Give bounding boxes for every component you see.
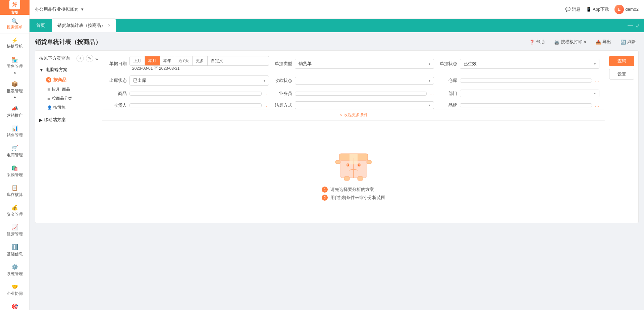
recipient-label: 收货人 (108, 102, 129, 108)
brand-dots[interactable]: … (595, 103, 599, 108)
salesperson-select[interactable] (295, 92, 427, 96)
filter-group-mobile[interactable]: ▶ 移动端方案 (35, 115, 102, 125)
sales-icon: 📊 (11, 125, 18, 132)
settlement-select[interactable]: ▾ (295, 101, 434, 109)
brand-select[interactable] (460, 103, 592, 107)
doc-status-label: 单据状态 (438, 61, 460, 67)
tab-minimize-btn[interactable]: — (628, 22, 633, 29)
warehouse-select[interactable] (460, 79, 592, 83)
sidebar-item-operations[interactable]: 📈 经营管理 (0, 221, 29, 241)
sidebar-item-ecommerce[interactable]: 🛒 电商管理 (0, 142, 29, 161)
industry-label: 办公用品行业模拟账套 (35, 6, 78, 12)
industry-dropdown-icon[interactable]: ▾ (81, 7, 84, 12)
product-select[interactable] (129, 92, 262, 96)
recipient-dots[interactable]: … (264, 103, 269, 108)
refresh-label: 刷新 (627, 39, 636, 45)
filter-item-by-product[interactable]: 按 按商品 (35, 75, 102, 85)
app-download-btn[interactable]: 📱 App下载 (586, 6, 609, 12)
sidebar-item-newbie[interactable]: 🎯 新手引导 (0, 300, 29, 310)
filter-item-by-category[interactable]: ☰ 按商品分类 (35, 94, 102, 103)
date-btn-more[interactable]: 更多 (193, 56, 208, 65)
sidebar-quick-nav[interactable]: ⚡ 快捷导航 (0, 34, 29, 53)
empty-illustration (333, 141, 374, 181)
department-control: ▾ (460, 90, 599, 97)
date-btn-last-month[interactable]: 上月 (130, 56, 145, 65)
tab-active[interactable]: 销货单统计表（按商品） × (52, 19, 116, 32)
sidebar-search[interactable]: 🔍 搜索菜单 (0, 15, 29, 34)
user-menu[interactable]: E demo2 (614, 5, 639, 14)
marketing-icon: 📣 (11, 105, 18, 112)
content-body: 按以下方案查询 + ✎ « ▼ (35, 51, 638, 223)
svg-rect-11 (358, 176, 363, 180)
recipient-select[interactable] (129, 103, 262, 107)
department-select[interactable]: ▾ (460, 90, 599, 97)
mobile-group-arrow: ▶ (39, 117, 43, 122)
date-btn-this-month[interactable]: 本月 (145, 56, 160, 65)
warehouse-control: … (460, 78, 599, 83)
warehouse-dots[interactable]: … (595, 78, 599, 83)
sidebar: 好 标版 🔍 搜索菜单 ⚡ 快捷导航 🏪 零售管理 ▲ 📦 批发管理 ▲ 📣 营… (0, 0, 30, 310)
payment-status-label: 收款状态 (273, 78, 295, 84)
sidebar-item-inventory[interactable]: 📋 库存核算 (0, 181, 29, 201)
filter-group-pc-title[interactable]: ▼ 电脑端方案 (35, 65, 102, 75)
salesperson-dots[interactable]: … (429, 91, 434, 96)
date-btn-last-7days[interactable]: 近7天 (175, 56, 193, 65)
filter-cell-brand: 品牌 … (438, 101, 599, 109)
warehouse-status-select[interactable]: 已出库 ▾ (129, 75, 269, 86)
help-icon: ❓ (529, 40, 535, 45)
doc-type-select[interactable]: 销货单 ▾ (295, 59, 434, 69)
page-header: 销货单统计表（按商品） ❓ 帮助 🖨️ 按模板打印 ▾ 📤 导出 🔄 刷新 (35, 38, 639, 46)
filter-edit-btn[interactable]: ✎ (86, 55, 93, 62)
sidebar-item-sales[interactable]: 📊 销售管理 (0, 122, 29, 142)
collapse-label: 收起更多条件 (344, 112, 368, 117)
filter-cell-doc-status: 单据状态 已生效 ▾ (438, 56, 599, 71)
warehouse-status-value: 已出库 (133, 78, 146, 84)
filter-cell-warehouse: 仓库 … (438, 75, 599, 86)
action-buttons: 查询 设置 (605, 51, 638, 223)
refresh-btn[interactable]: 🔄 刷新 (618, 38, 639, 46)
svg-rect-8 (335, 160, 340, 164)
doc-type-value: 销货单 (299, 61, 312, 67)
ecommerce-icon: 🛒 (11, 145, 18, 151)
export-icon: 📤 (596, 40, 601, 45)
sidebar-item-wholesale[interactable]: 📦 批发管理 ▲ (0, 78, 29, 102)
filter-collapse-btn[interactable]: « (95, 56, 98, 61)
filter-item-by-driver[interactable]: 👤 按司机 (35, 103, 102, 112)
filter-item-by-month-product[interactable]: ⊞ 按月+商品 (35, 85, 102, 94)
date-btn-custom[interactable]: 自定义 (208, 56, 226, 65)
sidebar-item-retail[interactable]: 🏪 零售管理 ▲ (0, 53, 29, 78)
filter-panel: 按以下方案查询 + ✎ « ▼ (35, 51, 102, 223)
sidebar-item-purchase[interactable]: 🛍️ 采购管理 (0, 161, 29, 181)
tab-maximize-btn[interactable]: ⤢ (636, 22, 640, 29)
sidebar-item-system[interactable]: ⚙️ 系统管理 (0, 260, 29, 280)
product-dots[interactable]: … (264, 91, 269, 96)
print-btn[interactable]: 🖨️ 按模板打印 ▾ (551, 38, 589, 46)
sidebar-item-finance[interactable]: 💰 资金管理 (0, 201, 29, 221)
product-control: … (129, 91, 269, 96)
payment-status-select[interactable]: ▾ (295, 77, 434, 85)
sidebar-item-enterprise-collab[interactable]: 🤝 企业协同 (0, 280, 29, 300)
query-btn[interactable]: 查询 (609, 56, 634, 66)
payment-status-arrow: ▾ (429, 79, 430, 83)
settings-btn[interactable]: 设置 (609, 69, 634, 80)
department-label: 部门 (438, 91, 460, 97)
app-logo: 好 标版 (0, 0, 30, 15)
filter-add-btn[interactable]: + (76, 55, 84, 62)
purchase-icon: 🛍️ (11, 165, 18, 171)
tab-home[interactable]: 首页 (30, 19, 52, 32)
date-control: 上月 本月 本年 近7天 更多 自定义 2023-03-01 至 2023-03… (129, 56, 269, 71)
tab-close-btn[interactable]: × (108, 23, 110, 28)
refresh-icon: 🔄 (621, 40, 626, 45)
sidebar-item-basic-info[interactable]: ℹ️ 基础信息 (0, 241, 29, 260)
export-btn[interactable]: 📤 导出 (593, 38, 614, 46)
empty-hint-1-text: 请先选择要分析的方案 (330, 187, 374, 193)
help-btn[interactable]: ❓ 帮助 (527, 38, 547, 46)
newbie-icon: 🎯 (11, 303, 18, 310)
date-btn-this-year[interactable]: 本年 (160, 56, 175, 65)
doc-status-select[interactable]: 已生效 ▾ (460, 59, 599, 69)
collapse-bar[interactable]: ∧ 收起更多条件 (102, 109, 605, 120)
page-title: 销货单统计表（按商品） (35, 38, 101, 46)
message-btn[interactable]: 💬 消息 (565, 6, 581, 12)
sidebar-item-marketing[interactable]: 📣 营销推广 (0, 102, 29, 122)
recipient-control: … (129, 103, 269, 108)
